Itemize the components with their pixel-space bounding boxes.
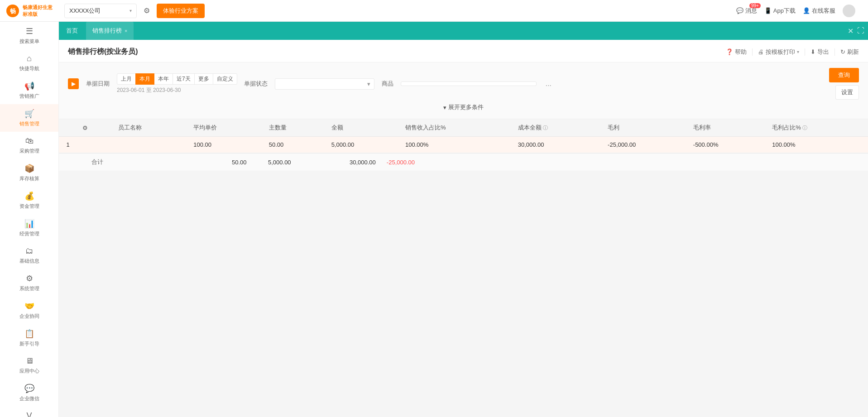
more-conditions-button[interactable]: ▾ 展开更多条件 [443,103,484,111]
purchase-icon: 🛍 [25,136,34,146]
date-btn-4[interactable]: 更多 [194,73,213,85]
th-settings[interactable]: ⚙ [77,119,113,137]
date-btn-1[interactable]: 本月 [135,73,154,85]
sidebar: ☰搜索菜单⌂快捷导航📢营销推广🛒销售管理🛍采购管理📦库存核算💰资金管理📊经营管理… [0,22,59,417]
industry-button[interactable]: 体验行业方案 [157,4,205,18]
app-download-button[interactable]: 📱 App下载 [764,7,796,15]
quick-nav-icon: ⌂ [27,54,32,63]
sidebar-item-operations[interactable]: 📊经营管理 [0,214,58,242]
topbar-settings-button[interactable]: ⚙ [140,5,153,17]
help-icon: ❓ [726,48,733,55]
sidebar-item-app-center[interactable]: 🖥应用中心 [0,352,58,379]
goods-filter-label: 商品 [382,80,393,88]
beginner-icon: 📋 [24,329,34,339]
content-area: 首页 销售排行榜 × ✕ ⛶ 销售排行榜(按业务员) [59,22,868,417]
tab-bar: 首页 销售排行榜 × ✕ ⛶ [59,22,868,40]
tab-close-icon[interactable]: × [125,28,127,34]
app-center-label: 应用中心 [19,368,39,374]
footer-main-qty: 50.00 [226,159,263,166]
member-icon: V [26,411,32,417]
sidebar-item-beginner[interactable]: 📋新手引导 [0,324,58,352]
sidebar-item-quick-nav[interactable]: ⌂快捷导航 [0,49,58,77]
tab-close-button[interactable]: ✕ [848,27,854,35]
help-button[interactable]: ❓ 帮助 [726,48,747,56]
operations-label: 经营管理 [19,230,39,237]
marketing-label: 营销推广 [19,93,39,100]
info-icon-gross_ratio[interactable]: ⓘ [802,125,807,130]
th-gross_profit: 毛利 [602,119,688,137]
th-avg_price: 平均单价 [188,119,263,137]
page-content: 销售排行榜(按业务员) ❓ 帮助 🖨 按模板打印 ▾ [59,40,868,417]
service-icon: 👤 [803,7,810,14]
download-icon: 📱 [764,7,772,14]
data-table: ⚙员工名称平均单价主数量全额销售收入占比%成本全额 ⓘ毛利毛利率毛利占比% ⓘ … [59,119,868,153]
th-cost_total: 成本全额 ⓘ [513,119,602,137]
sidebar-item-member[interactable]: V畅会员 [0,407,58,417]
avatar[interactable] [843,5,855,17]
footer-total-amount: 5,000.00 [263,159,299,166]
th-rank [59,119,77,137]
sidebar-item-marketing[interactable]: 📢营销推广 [0,77,58,104]
th-sales_ratio: 销售收入占比% [400,119,513,137]
enterprise-icon: 🤝 [24,301,34,311]
divider2 [805,48,805,56]
base-info-icon: 🗂 [25,246,34,256]
query-button[interactable]: 查询 [829,68,859,82]
sidebar-item-finance[interactable]: 💰资金管理 [0,187,58,214]
system-icon: ⚙ [26,273,33,283]
sidebar-item-enterprise[interactable]: 🤝企业协同 [0,297,58,324]
filter-toggle-button[interactable]: ▶ [68,78,79,89]
th-gross_ratio: 毛利占比% ⓘ [767,119,868,137]
tab-home[interactable]: 首页 [59,22,85,40]
cell-avg_price-0: 100.00 [188,137,263,153]
finance-label: 资金管理 [19,203,39,210]
more-fields-button[interactable]: ... [544,80,553,88]
search-order-icon: ☰ [26,26,33,36]
filter-row-1: ▶ 单据日期 上月本月本年近7天更多自定义 2023-06-01 至 2023-… [68,68,859,100]
sidebar-item-purchase[interactable]: 🛍采购管理 [0,132,58,159]
enterprise-label: 企业协同 [19,313,39,320]
system-label: 系统管理 [19,285,39,292]
export-button[interactable]: ⬇ 导出 [810,48,829,56]
messages-badge: 99+ [749,3,761,8]
messages-button[interactable]: 💬 消息 99+ [736,7,757,15]
refresh-button[interactable]: ↻ 刷新 [840,48,859,56]
cell-total_amount-0: 5,000.00 [326,137,400,153]
print-dropdown-icon: ▾ [797,49,799,54]
sidebar-item-search-order[interactable]: ☰搜索菜单 [0,22,58,49]
sidebar-item-inventory[interactable]: 📦库存核算 [0,159,58,187]
online-service-button[interactable]: 👤 在线客服 [803,7,835,15]
info-icon-cost_total[interactable]: ⓘ [543,125,548,130]
print-button[interactable]: 🖨 按模板打印 ▾ [758,48,799,56]
footer-cost-total: 30,000.00 [344,159,381,166]
tab-sales-ranking[interactable]: 销售排行榜 × [86,22,134,40]
divider3 [834,48,835,56]
sidebar-item-enterprise-wechat[interactable]: 💬企业微信 [0,379,58,407]
date-btn-5[interactable]: 自定义 [213,73,237,85]
print-icon: 🖨 [758,48,764,55]
company-name: XXXXX公司 [69,7,127,15]
status-select[interactable]: ▾ [275,78,374,90]
logo-icon: 畅 [5,4,20,18]
page-title: 销售排行榜(按业务员) [68,47,138,57]
page-inner: 销售排行榜(按业务员) ❓ 帮助 🖨 按模板打印 ▾ [59,40,868,171]
filter-action-buttons: 查询 设置 [829,68,859,100]
sidebar-item-system[interactable]: ⚙系统管理 [0,269,58,297]
date-btn-0[interactable]: 上月 [117,73,136,85]
footer-gross-profit: -25,000.00 [381,159,420,166]
beginner-label: 新手引导 [19,340,39,347]
sidebar-item-base-info[interactable]: 🗂基础信息 [0,242,58,269]
sidebar-item-sales[interactable]: 🛒销售管理 [0,104,58,132]
settings-small-button[interactable]: 设置 [835,85,859,100]
tab-maximize-button[interactable]: ⛶ [857,27,864,35]
chevron-down-filter-icon: ▾ [443,104,446,111]
enterprise-wechat-icon: 💬 [24,383,34,393]
company-selector[interactable]: XXXXX公司 ▾ [64,4,137,18]
sales-icon: 🛒 [24,109,34,119]
header-actions: ❓ 帮助 🖨 按模板打印 ▾ ⬇ [726,48,859,56]
purchase-label: 采购管理 [19,148,39,154]
cell-gross_profit-0: -25,000.00 [602,137,688,153]
date-btn-2[interactable]: 本年 [154,73,173,85]
goods-input[interactable] [401,81,537,86]
date-btn-3[interactable]: 近7天 [173,73,195,85]
